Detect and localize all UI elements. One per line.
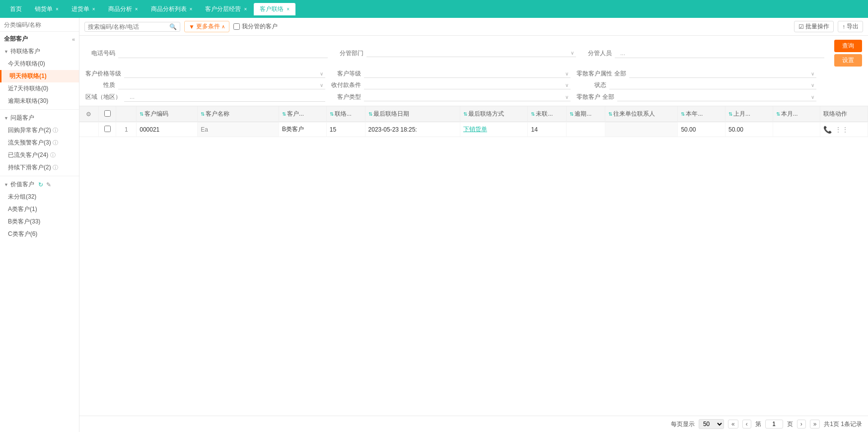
- page-number-input[interactable]: [765, 420, 783, 429]
- nav-product-analysis[interactable]: 商品分析 ×: [102, 3, 144, 15]
- nav-product-analysis-list[interactable]: 商品分析列表 ×: [145, 3, 199, 15]
- nav-home[interactable]: 首页: [4, 3, 28, 15]
- my-customer-check[interactable]: 我分管的客户: [233, 22, 278, 31]
- filter-retail-attr-label: 零散客户属性 全部: [577, 70, 626, 78]
- filter-nature-select[interactable]: ∨: [118, 81, 325, 89]
- sidebar-item-already-lost[interactable]: 已流失客户(24) ⓘ: [0, 149, 79, 161]
- nav-product-analysis-list-close[interactable]: ×: [190, 6, 193, 12]
- col-code[interactable]: ⇅客户编码: [137, 106, 198, 122]
- sidebar-group-value-customers[interactable]: ▼ 价值客户 ↻ ✎: [0, 178, 79, 191]
- last-page-btn[interactable]: »: [810, 420, 820, 429]
- row-checkbox-0[interactable]: [98, 122, 116, 137]
- col-this-year[interactable]: ⇅本年...: [678, 106, 725, 122]
- sidebar-item-class-b[interactable]: B类客户(33): [0, 216, 79, 228]
- filter-retail-select[interactable]: ∨: [617, 93, 816, 101]
- sidebar-item-class-a[interactable]: A类客户(1): [0, 203, 79, 216]
- per-page-select[interactable]: 50 10 20 100: [699, 419, 724, 429]
- filter-nature-label: 性质: [85, 81, 115, 89]
- select-all-checkbox[interactable]: [104, 110, 111, 117]
- row-num-0: 1: [116, 122, 137, 137]
- col-no-contact[interactable]: ⇅未联...: [528, 106, 567, 122]
- col-contact[interactable]: ⇅联络...: [326, 106, 365, 122]
- sidebar-item-overdue-contact[interactable]: 逾期未联络(30): [0, 95, 79, 107]
- col-this-month[interactable]: ⇅本月...: [773, 106, 820, 122]
- filter-more-chevron: ∧: [221, 24, 225, 29]
- batch-ops-btn[interactable]: ☑ 批量操作: [794, 21, 834, 32]
- sidebar-item-continuous-decline[interactable]: 持续下滑客户(2) ⓘ: [0, 161, 79, 174]
- filter-search-input[interactable]: [88, 23, 167, 30]
- filter-cust-level-select[interactable]: ∨: [364, 70, 571, 78]
- nav-sales[interactable]: 销货单 ×: [29, 3, 65, 15]
- row-this-month-0: [773, 122, 820, 137]
- sidebar-item-class-c[interactable]: C类客户(6): [0, 228, 79, 240]
- export-btn[interactable]: ↑ 导出: [838, 21, 863, 32]
- sidebar-item-ungrouped[interactable]: 未分组(32): [0, 191, 79, 203]
- table-row: 1 000021 Ea B类客户 15 2023-05-23 18:25: 下销…: [79, 122, 868, 137]
- nav-sales-close[interactable]: ×: [56, 6, 59, 12]
- sidebar-group-pending-contact[interactable]: ▼ 待联络客户: [0, 45, 79, 58]
- col-last-contact-date[interactable]: ⇅最后联络日期: [365, 106, 460, 122]
- all-customers-label[interactable]: 全部客户: [4, 35, 28, 43]
- value-customers-settings[interactable]: ✎: [46, 181, 51, 188]
- filter-dept-select[interactable]: ∨: [366, 49, 576, 57]
- settings-btn[interactable]: 设置: [834, 54, 862, 67]
- col-unit-contact[interactable]: ⇅往来单位联系人: [605, 106, 678, 122]
- nav-purchase-close[interactable]: ×: [92, 6, 95, 12]
- sidebar-item-today-contact[interactable]: 今天待联络(0): [0, 58, 79, 70]
- row-action-phone-0[interactable]: 📞: [823, 126, 832, 134]
- filter-phone-input[interactable]: [118, 49, 328, 58]
- col-last-contact-method[interactable]: ⇅最后联络方式: [460, 106, 528, 122]
- filter-retail-attr-select[interactable]: ∨: [629, 70, 816, 78]
- filter-price-level: 客户价格等级 ∨: [85, 70, 325, 78]
- value-customers-refresh[interactable]: ↻: [38, 181, 43, 188]
- filter-person-select[interactable]: ...: [615, 49, 824, 58]
- filter-more-btn[interactable]: ▼ 更多条件 ∧: [184, 21, 229, 32]
- col-last-month[interactable]: ⇅上月...: [725, 106, 773, 122]
- filter-payment-label: 收付款条件: [331, 81, 361, 89]
- table-header-row: ⚙ ⇅客户编码 ⇅客户名称 ⇅客户...: [79, 106, 868, 122]
- nav-customer-contact[interactable]: 客户联络 ×: [254, 3, 295, 15]
- filter-nature: 性质 ∨: [85, 81, 325, 89]
- sidebar-item-lost-risk[interactable]: 流失预警客户(3) ⓘ: [0, 137, 79, 149]
- col-overdue[interactable]: ⇅逾期...: [567, 106, 605, 122]
- row-last-method-link-0[interactable]: 下销货单: [463, 126, 487, 133]
- filter-region-select[interactable]: ...: [124, 92, 325, 102]
- next-page-btn[interactable]: ›: [797, 420, 806, 429]
- my-customer-checkbox[interactable]: [233, 23, 240, 30]
- sidebar-collapse-btn[interactable]: «: [72, 36, 75, 42]
- nav-customer-segment[interactable]: 客户分层经营 ×: [199, 3, 253, 15]
- adv-filter-row-1: 电话号码 分管部门 ∨ 分管人员 ...: [85, 40, 862, 67]
- col-cust-type[interactable]: ⇅客户...: [279, 106, 327, 122]
- query-btn[interactable]: 查询: [834, 40, 862, 52]
- adv-filter-row-4: 区域（地区） ... 客户类型 ∨ 零散客户 全部: [85, 92, 862, 102]
- problem-customers-label: 问题客户: [10, 114, 34, 122]
- filter-search-box: 🔍: [84, 22, 180, 32]
- pending-contact-triangle: ▼: [4, 49, 8, 54]
- row-action-more-0[interactable]: ⋮⋮: [835, 126, 849, 134]
- filter-phone: 电话号码: [85, 49, 328, 58]
- filter-region-dots: ...: [130, 93, 135, 100]
- nav-product-analysis-close[interactable]: ×: [135, 6, 138, 12]
- sidebar-group-problem-customers[interactable]: ▼ 问题客户: [0, 112, 79, 124]
- filter-status-label: 状态: [577, 81, 606, 89]
- prev-page-btn[interactable]: ‹: [742, 420, 751, 429]
- filter-status-select[interactable]: ∨: [609, 81, 816, 89]
- row-overdue-0: [567, 122, 605, 137]
- sidebar-item-repurchase-abnormal[interactable]: 回购异常客户(2) ⓘ: [0, 124, 79, 137]
- batch-checkbox-icon: ☑: [798, 23, 804, 30]
- filter-payment-select[interactable]: ∨: [364, 81, 571, 89]
- main-layout: 🔍 全部客户 « ▼ 待联络客户 今天待联络(0) 明天待联络(1) 近7天待联…: [0, 18, 868, 432]
- nav-customer-segment-close[interactable]: ×: [244, 6, 247, 12]
- sidebar-search-input[interactable]: [4, 21, 78, 28]
- first-page-btn[interactable]: «: [728, 420, 738, 429]
- filter-actions: 查询 设置: [834, 40, 862, 67]
- sidebar-item-tomorrow-contact[interactable]: 明天待联络(1): [0, 70, 79, 82]
- col-name[interactable]: ⇅客户名称: [198, 106, 279, 122]
- sidebar-item-near7-contact[interactable]: 近7天待联络(0): [0, 82, 79, 95]
- filter-price-level-select[interactable]: ∨: [124, 70, 325, 78]
- filter-search-icon[interactable]: 🔍: [169, 23, 177, 30]
- nav-purchase[interactable]: 进货单 ×: [66, 3, 101, 15]
- nav-customer-contact-close[interactable]: ×: [287, 6, 289, 12]
- filter-cust-type-select[interactable]: ∨: [364, 93, 571, 101]
- row-checkbox-input-0[interactable]: [104, 126, 111, 132]
